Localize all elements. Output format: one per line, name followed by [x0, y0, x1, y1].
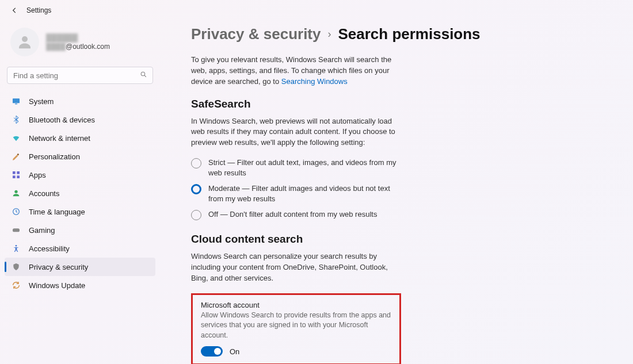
- user-profile[interactable]: ██████ ████@outlook.com: [5, 24, 155, 64]
- wifi-icon: [12, 133, 21, 143]
- sidebar-item-label: Time & language: [29, 208, 85, 216]
- user-display-name: ██████: [46, 33, 110, 43]
- searching-windows-link[interactable]: Searching Windows: [281, 77, 348, 86]
- search-input-wrapper: [7, 67, 153, 84]
- avatar: [10, 28, 39, 56]
- shield-icon: [12, 262, 21, 271]
- user-email: ████@outlook.com: [46, 43, 110, 51]
- radio-icon: [191, 184, 201, 194]
- radio-icon: [191, 210, 201, 220]
- svg-rect-11: [13, 228, 20, 232]
- app-title: Settings: [26, 6, 51, 14]
- sidebar-item-gaming[interactable]: Gaming: [5, 221, 155, 239]
- person-icon: [12, 189, 21, 198]
- sidebar-item-label: Windows Update: [29, 281, 85, 290]
- cloud-desc: Windows Search can personalize your sear…: [191, 251, 398, 284]
- svg-rect-3: [15, 104, 17, 104]
- safesearch-option-strict[interactable]: Strict — Filter out adult text, images, …: [191, 158, 398, 178]
- ms-account-title: Microsoft account: [201, 301, 391, 309]
- sidebar-item-label: Bluetooth & devices: [29, 116, 95, 124]
- brush-icon: [12, 152, 21, 161]
- back-arrow-icon[interactable]: [10, 6, 18, 14]
- intro-text: To give you relevant results, Windows Se…: [191, 55, 398, 87]
- highlighted-setting: Microsoft account Allow Windows Search t…: [191, 293, 401, 364]
- sidebar-item-label: Personalization: [29, 152, 80, 161]
- svg-rect-6: [17, 171, 20, 174]
- chevron-right-icon: ›: [327, 28, 331, 40]
- sidebar-item-system[interactable]: System: [5, 92, 155, 110]
- sidebar-item-update[interactable]: Windows Update: [5, 276, 155, 294]
- ms-account-state: On: [230, 347, 239, 356]
- ms-account-toggle[interactable]: [201, 346, 223, 357]
- sidebar-item-label: Apps: [29, 171, 46, 179]
- update-icon: [12, 281, 21, 290]
- sidebar-item-apps[interactable]: Apps: [5, 166, 155, 184]
- sidebar-item-accessibility[interactable]: Accessibility: [5, 239, 155, 258]
- sidebar-item-network[interactable]: Network & internet: [5, 129, 155, 147]
- safesearch-option-moderate[interactable]: Moderate — Filter adult images and video…: [191, 183, 398, 204]
- gamepad-icon: [12, 225, 21, 235]
- breadcrumb-parent[interactable]: Privacy & security: [191, 25, 321, 43]
- svg-rect-5: [13, 171, 16, 174]
- sidebar-item-label: Accounts: [29, 189, 59, 198]
- svg-point-9: [14, 190, 17, 193]
- svg-rect-4: [17, 154, 19, 156]
- cloud-heading: Cloud content search: [191, 233, 610, 246]
- sidebar-item-label: Gaming: [29, 226, 55, 235]
- radio-icon: [191, 158, 201, 168]
- page-title: Search permissions: [338, 25, 480, 43]
- sidebar-item-accounts[interactable]: Accounts: [5, 184, 155, 202]
- sidebar-item-label: Accessibility: [29, 244, 70, 253]
- sidebar-item-label: Network & internet: [29, 134, 90, 143]
- clock-globe-icon: [12, 207, 21, 216]
- sidebar-item-bluetooth[interactable]: Bluetooth & devices: [5, 110, 155, 129]
- breadcrumb: Privacy & security › Search permissions: [191, 25, 610, 43]
- sidebar-item-time[interactable]: Time & language: [5, 202, 155, 221]
- svg-rect-7: [13, 175, 16, 178]
- safesearch-heading: SafeSearch: [191, 98, 610, 110]
- svg-rect-2: [13, 98, 20, 103]
- ms-account-desc: Allow Windows Search to provide results …: [201, 311, 391, 341]
- svg-point-12: [16, 245, 17, 247]
- content-pane: Privacy & security › Search permissions …: [162, 21, 633, 364]
- sidebar-item-label: Privacy & security: [29, 263, 88, 271]
- safesearch-option-off[interactable]: Off — Don't filter adult content from my…: [191, 209, 398, 220]
- sidebar-item-label: System: [29, 97, 54, 106]
- svg-point-1: [141, 72, 145, 76]
- bluetooth-icon: [12, 115, 21, 124]
- sidebar-item-personalization[interactable]: Personalization: [5, 147, 155, 166]
- accessibility-icon: [12, 244, 21, 253]
- search-icon[interactable]: [140, 71, 147, 80]
- apps-icon: [12, 170, 21, 179]
- sidebar: ██████ ████@outlook.com System Bluetooth…: [0, 21, 162, 364]
- system-icon: [12, 97, 21, 106]
- safesearch-desc: In Windows Search, web previews will not…: [191, 116, 398, 149]
- svg-point-0: [22, 36, 28, 42]
- svg-rect-8: [17, 175, 20, 178]
- search-input[interactable]: [7, 67, 153, 84]
- sidebar-item-privacy[interactable]: Privacy & security: [5, 258, 155, 276]
